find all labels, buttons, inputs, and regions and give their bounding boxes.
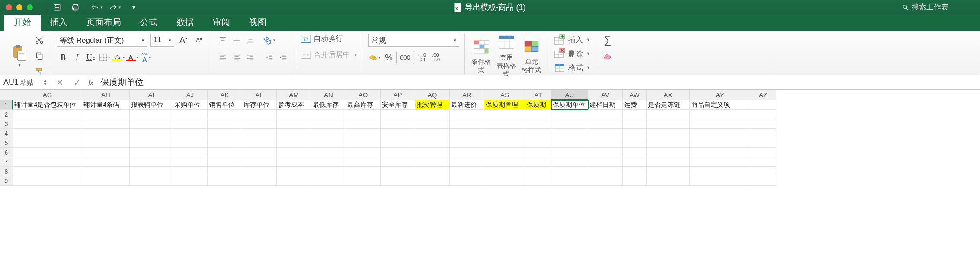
cell-AT9[interactable] bbox=[525, 176, 551, 186]
cell-AY2[interactable] bbox=[690, 110, 750, 119]
cell-AM1[interactable]: 参考成本 bbox=[277, 100, 311, 110]
tab-data[interactable]: 数据 bbox=[167, 13, 203, 31]
font-size-combo[interactable]: 11▾ bbox=[150, 34, 174, 47]
increase-decimal-button[interactable]: ←.0.00 bbox=[415, 51, 428, 64]
cell-AL3[interactable] bbox=[242, 119, 277, 129]
cell-AN8[interactable] bbox=[311, 167, 346, 176]
cell-AK9[interactable] bbox=[208, 176, 242, 186]
cell-AV6[interactable] bbox=[588, 148, 623, 157]
cell-AM7[interactable] bbox=[277, 157, 311, 167]
underline-button[interactable]: U▾ bbox=[84, 51, 97, 64]
cell-AI8[interactable] bbox=[130, 167, 173, 176]
row-header-7[interactable]: 7 bbox=[0, 157, 13, 167]
cell-AX6[interactable] bbox=[647, 148, 690, 157]
cell-AO3[interactable] bbox=[346, 119, 381, 129]
cell-AQ1[interactable]: 批次管理 bbox=[415, 100, 450, 110]
cell-AI6[interactable] bbox=[130, 148, 173, 157]
cell-AH3[interactable] bbox=[82, 119, 130, 129]
cell-AW5[interactable] bbox=[623, 138, 647, 148]
cell-AI4[interactable] bbox=[130, 129, 173, 138]
maximize-window-button[interactable] bbox=[27, 4, 33, 10]
cell-AT1[interactable]: 保质期 bbox=[525, 100, 551, 110]
search-input[interactable] bbox=[912, 3, 972, 12]
cell-AP7[interactable] bbox=[381, 157, 415, 167]
align-left-button[interactable] bbox=[216, 51, 229, 64]
row-header-2[interactable]: 2 bbox=[0, 110, 13, 119]
decrease-indent-button[interactable] bbox=[263, 51, 276, 64]
wrap-text-button[interactable]: 自动换行 bbox=[301, 34, 358, 44]
cell-AH5[interactable] bbox=[82, 138, 130, 148]
cell-AK1[interactable]: 销售单位 bbox=[208, 100, 242, 110]
cell-AU6[interactable] bbox=[551, 148, 588, 157]
phonetic-button[interactable]: abcA▾ bbox=[140, 51, 153, 64]
row-header-4[interactable]: 4 bbox=[0, 129, 13, 138]
cell-AH6[interactable] bbox=[82, 148, 130, 157]
row-header-9[interactable]: 9 bbox=[0, 176, 13, 186]
cell-AU8[interactable] bbox=[551, 167, 588, 176]
paste-button[interactable]: ▼ bbox=[8, 44, 30, 67]
cell-AG7[interactable] bbox=[13, 157, 82, 167]
column-header-AO[interactable]: AO bbox=[346, 90, 381, 100]
cell-AZ6[interactable] bbox=[750, 148, 776, 157]
column-header-AZ[interactable]: AZ bbox=[750, 90, 776, 100]
cell-AV1[interactable]: 建档日期 bbox=[588, 100, 623, 110]
column-header-AY[interactable]: AY bbox=[690, 90, 750, 100]
merge-center-button[interactable]: 合并后居中▼ bbox=[301, 50, 358, 60]
cell-AK2[interactable] bbox=[208, 110, 242, 119]
cell-AQ8[interactable] bbox=[415, 167, 450, 176]
cell-AZ2[interactable] bbox=[750, 110, 776, 119]
cell-AN3[interactable] bbox=[311, 119, 346, 129]
cell-AN7[interactable] bbox=[311, 157, 346, 167]
cell-AI2[interactable] bbox=[130, 110, 173, 119]
font-name-combo[interactable]: 等线 Regular (正文)▾ bbox=[57, 34, 147, 47]
row-header-1[interactable]: 1 bbox=[0, 100, 13, 110]
column-header-AM[interactable]: AM bbox=[277, 90, 311, 100]
cell-AW1[interactable]: 运费 bbox=[623, 100, 647, 110]
cell-AY6[interactable] bbox=[690, 148, 750, 157]
column-header-AX[interactable]: AX bbox=[647, 90, 690, 100]
column-header-AP[interactable]: AP bbox=[381, 90, 415, 100]
cell-AY9[interactable] bbox=[690, 176, 750, 186]
cell-AP9[interactable] bbox=[381, 176, 415, 186]
cell-styles-button[interactable]: 单元 格样式 bbox=[520, 38, 543, 74]
cell-AS5[interactable] bbox=[484, 138, 525, 148]
cell-AH4[interactable] bbox=[82, 129, 130, 138]
cell-AQ6[interactable] bbox=[415, 148, 450, 157]
cell-AJ3[interactable] bbox=[173, 119, 208, 129]
row-header-5[interactable]: 5 bbox=[0, 138, 13, 148]
undo-button[interactable]: ▼ bbox=[90, 2, 105, 13]
cell-AZ1[interactable] bbox=[750, 100, 776, 110]
cell-AG4[interactable] bbox=[13, 129, 82, 138]
cell-AW4[interactable] bbox=[623, 129, 647, 138]
cell-AI1[interactable]: 报表辅单位 bbox=[130, 100, 173, 110]
cell-AS1[interactable]: 保质期管理 bbox=[484, 100, 525, 110]
cell-AR8[interactable] bbox=[450, 167, 484, 176]
align-right-button[interactable] bbox=[244, 51, 257, 64]
select-all-corner[interactable] bbox=[0, 90, 13, 100]
cell-AT6[interactable] bbox=[525, 148, 551, 157]
close-window-button[interactable] bbox=[6, 4, 12, 10]
cell-AG9[interactable] bbox=[13, 176, 82, 186]
cell-AR1[interactable]: 最新进价 bbox=[450, 100, 484, 110]
fill-color-button[interactable]: ▾ bbox=[112, 51, 125, 64]
tab-view[interactable]: 视图 bbox=[240, 13, 276, 31]
cell-AM6[interactable] bbox=[277, 148, 311, 157]
cell-AZ7[interactable] bbox=[750, 157, 776, 167]
cell-AM3[interactable] bbox=[277, 119, 311, 129]
cell-AW6[interactable] bbox=[623, 148, 647, 157]
tab-page-layout[interactable]: 页面布局 bbox=[77, 13, 131, 31]
column-header-AG[interactable]: AG bbox=[13, 90, 82, 100]
cell-AX5[interactable] bbox=[647, 138, 690, 148]
cell-AY8[interactable] bbox=[690, 167, 750, 176]
cell-AR7[interactable] bbox=[450, 157, 484, 167]
cell-AR6[interactable] bbox=[450, 148, 484, 157]
cell-AT4[interactable] bbox=[525, 129, 551, 138]
cell-AO9[interactable] bbox=[346, 176, 381, 186]
cell-AN4[interactable] bbox=[311, 129, 346, 138]
cell-AQ5[interactable] bbox=[415, 138, 450, 148]
cell-AH7[interactable] bbox=[82, 157, 130, 167]
cell-AL4[interactable] bbox=[242, 129, 277, 138]
cell-AJ6[interactable] bbox=[173, 148, 208, 157]
cell-AL9[interactable] bbox=[242, 176, 277, 186]
cell-AS6[interactable] bbox=[484, 148, 525, 157]
